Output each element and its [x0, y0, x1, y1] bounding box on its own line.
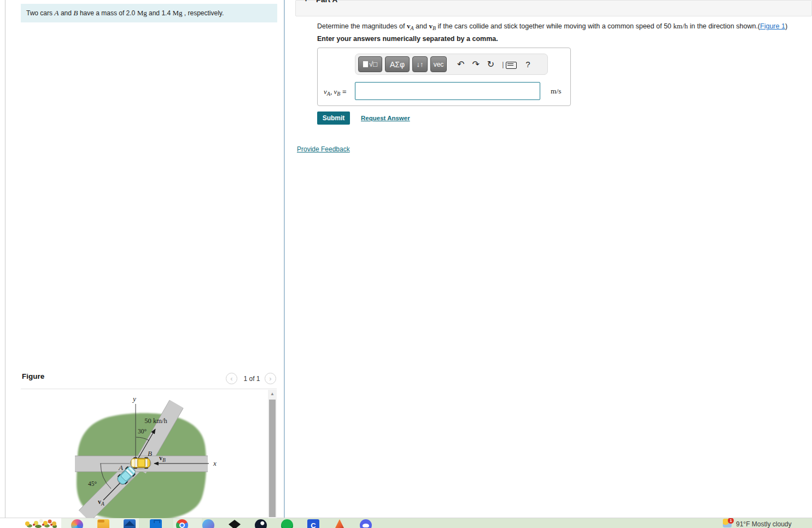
answer-input[interactable] — [355, 82, 540, 100]
equation-toolbar: √□ ΑΣφ ↓↑ vec ↶ ↷ ↻ | ? — [355, 54, 548, 75]
figure-divider — [21, 389, 277, 389]
chevron-right-icon: › — [269, 374, 271, 383]
vector-button[interactable]: vec — [430, 56, 447, 72]
outlook-icon[interactable] — [124, 519, 136, 528]
provide-feedback-link[interactable]: Provide Feedback — [297, 145, 350, 153]
question-text: Determine the magnitudes of vA and vB if… — [317, 22, 798, 31]
collision-diagram: y x 50 km/h 30° 45° A B vB vA — [21, 390, 268, 518]
weather-widget[interactable]: 1 91°F Mostly cloudy — [723, 519, 792, 528]
file-explorer-icon[interactable] — [97, 519, 109, 528]
bottom-strip: C 1 91°F Mostly cloudy — [0, 518, 812, 528]
microsoft-365-copilot-icon[interactable] — [71, 519, 83, 528]
submit-button[interactable]: Submit — [317, 112, 350, 125]
part-a-header[interactable]: ▾ Part A — [295, 0, 812, 16]
mass-var-a: A — [54, 9, 59, 17]
math-templates-button[interactable]: √□ — [358, 56, 382, 72]
taskbar-icons: C — [71, 519, 372, 528]
answer-instruction: Enter your answers numerically separated… — [317, 35, 498, 43]
part-a-title: Part A — [316, 0, 337, 4]
chevron-left-icon: ‹ — [230, 374, 232, 383]
scroll-up-arrow-icon[interactable]: ▲ — [268, 390, 277, 398]
problem-statement: Two cars A and B have a mass of 2.0 Mg a… — [21, 4, 277, 22]
education-app-icon[interactable] — [229, 519, 241, 528]
speed-label: 50 km/h — [144, 417, 167, 425]
toolbar-separator: | — [502, 61, 504, 68]
redo-icon[interactable]: ↷ — [472, 56, 479, 72]
steam-icon[interactable] — [255, 519, 267, 528]
c-app-icon[interactable]: C — [307, 519, 319, 528]
answer-box: √□ ΑΣφ ↓↑ vec ↶ ↷ ↻ | ? vA, vB = m/s — [317, 48, 571, 106]
chrome-icon[interactable] — [176, 519, 188, 528]
car-b-label: B — [148, 449, 152, 457]
keyboard-icon[interactable] — [506, 62, 517, 69]
notification-badge: 1 — [728, 518, 734, 524]
copilot-icon[interactable] — [202, 519, 214, 528]
angle-30-label: 30° — [138, 428, 147, 435]
scrollbar-thumb[interactable] — [269, 400, 276, 517]
figure-scrollbar[interactable]: ▲ — [268, 390, 277, 518]
request-answer-link[interactable]: Request Answer — [361, 115, 410, 121]
x-axis-label: x — [213, 459, 217, 467]
matlab-icon[interactable] — [334, 519, 346, 528]
figure-next-button[interactable]: › — [265, 373, 276, 384]
undo-icon[interactable]: ↶ — [457, 56, 464, 72]
weather-sun-icon: 1 — [723, 519, 732, 527]
collapse-caret-icon[interactable]: ▾ — [305, 0, 307, 3]
answer-variable-label: vA, vB = — [324, 87, 347, 97]
part-a-panel: ▾ Part A Determine the magnitudes of vA … — [285, 0, 812, 518]
angle-45-label: 45° — [88, 480, 97, 487]
figure-section-title: Figure — [22, 372, 44, 380]
help-icon[interactable]: ? — [525, 56, 530, 72]
y-axis-label: y — [132, 395, 136, 403]
root-glyph-icon: √□ — [369, 60, 377, 68]
car-a-label: A — [118, 464, 123, 472]
desktop-wallpaper-flowers — [23, 518, 59, 528]
greek-symbols-button[interactable]: ΑΣφ — [385, 56, 410, 72]
microsoft-store-icon[interactable] — [150, 519, 162, 528]
figure-1-link[interactable]: Figure 1 — [760, 22, 785, 30]
discord-icon[interactable] — [360, 519, 372, 528]
spotify-icon[interactable] — [281, 519, 293, 528]
reset-icon[interactable]: ↻ — [487, 56, 494, 72]
answer-units: m/s — [551, 87, 562, 96]
weather-text: 91°F Mostly cloudy — [736, 519, 792, 528]
figure-prev-button[interactable]: ‹ — [226, 373, 237, 384]
square-glyph-icon — [363, 61, 368, 67]
figure-page-indicator: 1 of 1 — [239, 375, 264, 383]
left-panel-border — [5, 0, 5, 518]
mass-var-b: B — [73, 9, 78, 17]
taskbar: C 1 91°F Mostly cloudy — [61, 518, 812, 528]
undo-redo-arrows-button[interactable]: ↓↑ — [412, 56, 428, 72]
